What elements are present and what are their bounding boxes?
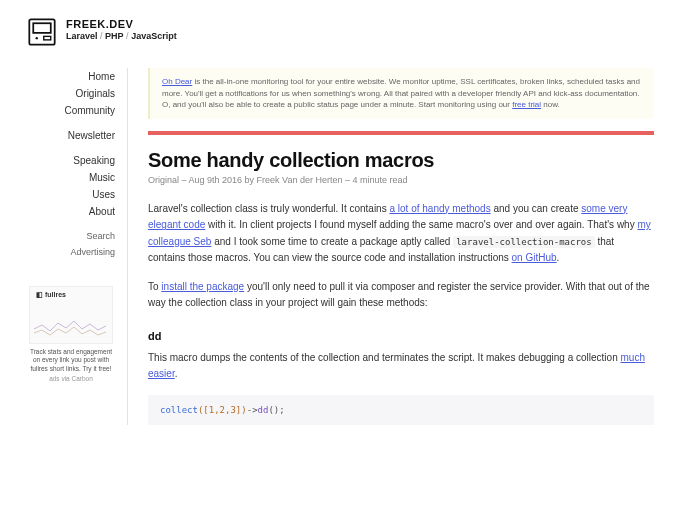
- nav-search[interactable]: Search: [70, 228, 115, 244]
- sidebar: Home Originals Community Newsletter Spea…: [28, 68, 128, 425]
- promo-banner: Oh Dear is the all-in-one monitoring too…: [148, 68, 654, 119]
- link-install-package[interactable]: install the package: [161, 281, 244, 292]
- site-logo-icon[interactable]: [28, 18, 56, 46]
- promo-link-freetrial[interactable]: free trial: [512, 100, 541, 109]
- nav-newsletter[interactable]: Newsletter: [64, 127, 115, 144]
- article-title: Some handy collection macros: [148, 149, 654, 172]
- svg-rect-3: [44, 36, 51, 40]
- promo-link-ohdear[interactable]: Oh Dear: [162, 77, 192, 86]
- article-meta: Original – Aug 9th 2016 by Freek Van der…: [148, 175, 654, 185]
- svg-rect-1: [33, 23, 51, 33]
- nav-home[interactable]: Home: [64, 68, 115, 85]
- paragraph: This macro dumps the contents of the col…: [148, 350, 654, 383]
- carbon-ad-text: Track stats and engagement on every link…: [27, 348, 115, 373]
- nav-speaking[interactable]: Speaking: [64, 152, 115, 169]
- svg-point-2: [36, 37, 38, 39]
- site-title[interactable]: FREEK.DEV: [66, 18, 177, 30]
- carbon-ad-image: fullres: [29, 286, 113, 344]
- paragraph: To install the package you'll only need …: [148, 279, 654, 312]
- divider-accent: [148, 131, 654, 135]
- carbon-ad-via: ads via Carbon: [27, 375, 115, 382]
- carbon-ad[interactable]: fullres Track stats and engagement on ev…: [27, 286, 115, 382]
- nav-originals[interactable]: Originals: [64, 85, 115, 102]
- site-subtitle: Laravel / PHP / JavaScript: [66, 31, 177, 41]
- nav-music[interactable]: Music: [64, 169, 115, 186]
- section-heading-dd: dd: [148, 330, 654, 342]
- code-block: collect([1,2,3])->dd();: [148, 395, 654, 425]
- paragraph: Laravel's collection class is truly wond…: [148, 201, 654, 267]
- site-header: FREEK.DEV Laravel / PHP / JavaScript: [28, 18, 660, 46]
- link-on-github[interactable]: on GitHub: [512, 252, 557, 263]
- nav-advertising[interactable]: Advertising: [70, 244, 115, 260]
- nav-about[interactable]: About: [64, 203, 115, 220]
- link-handy-methods[interactable]: a lot of handy methods: [389, 203, 490, 214]
- inline-code: laravel-collection-macros: [453, 236, 594, 248]
- nav-uses[interactable]: Uses: [64, 186, 115, 203]
- nav-community[interactable]: Community: [64, 102, 115, 119]
- main-content: Oh Dear is the all-in-one monitoring too…: [148, 68, 660, 425]
